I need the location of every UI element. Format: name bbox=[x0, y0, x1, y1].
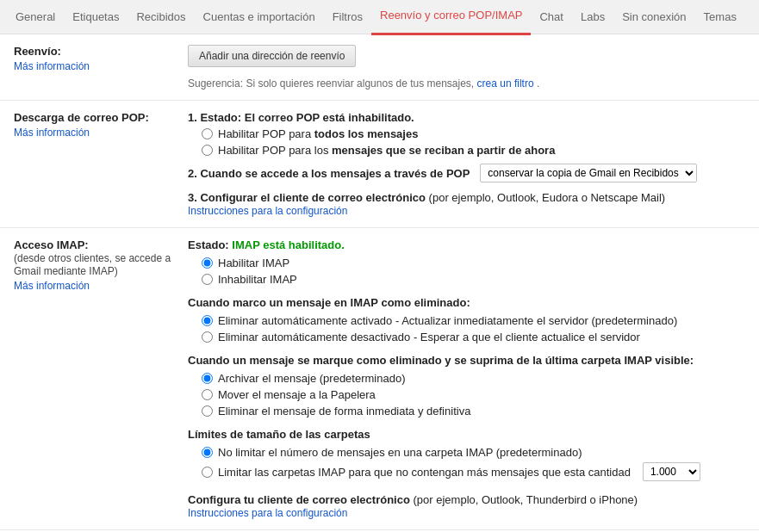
pop-more-info[interactable]: Más información bbox=[14, 127, 174, 139]
imap-limits-text2: Limitar las carpetas IMAP para que no co… bbox=[218, 466, 631, 479]
pop-step1-text: El correo POP está inhabilitado. bbox=[245, 111, 414, 124]
nav-temas[interactable]: Temas bbox=[695, 0, 745, 34]
imap-limits-radio1-label[interactable]: No limitar el número de mensajes en una … bbox=[202, 446, 752, 459]
pop-step3-container: 3. Configurar el cliente de correo elect… bbox=[188, 191, 752, 217]
imap-suppressed-text3: Eliminar el mensaje de forma inmediata y… bbox=[218, 405, 470, 418]
imap-limits-select[interactable]: 1.000 2.000 5.000 10.000 bbox=[643, 462, 700, 481]
pop-radio2-text: Habilitar POP para los mensajes que se r… bbox=[218, 144, 555, 157]
suggestion-text: Sugerencia: Si solo quieres reenviar alg… bbox=[188, 77, 752, 90]
pop-radio2[interactable] bbox=[202, 145, 213, 156]
imap-enable-label[interactable]: Habilitar IMAP bbox=[202, 257, 752, 269]
imap-limits-radio2[interactable] bbox=[202, 467, 213, 478]
imap-suppressed-group: Archivar el mensaje (predeterminado) Mov… bbox=[202, 372, 752, 418]
pop-radio1[interactable] bbox=[202, 128, 213, 139]
reenvio-more-info[interactable]: Más información bbox=[14, 60, 174, 72]
imap-suppressed-radio3-label[interactable]: Eliminar el mensaje de forma inmediata y… bbox=[202, 405, 752, 418]
imap-enable-radio[interactable] bbox=[202, 257, 213, 269]
imap-disable-text: Inhabilitar IMAP bbox=[218, 273, 297, 286]
reenvio-label: Reenvío: bbox=[14, 45, 61, 58]
imap-label: Acceso IMAP: bbox=[14, 238, 89, 251]
reenvio-row: Reenvío: Más información Añadir una dire… bbox=[0, 34, 759, 101]
pop-row: Descarga de correo POP: Más información … bbox=[0, 101, 759, 228]
nav-chat[interactable]: Chat bbox=[531, 0, 571, 34]
nav-recibidos[interactable]: Recibidos bbox=[128, 0, 194, 34]
imap-deleted-text2: Eliminar automáticamente desactivado - E… bbox=[218, 331, 640, 343]
imap-suppressed-text1: Archivar el mensaje (predeterminado) bbox=[218, 372, 405, 385]
imap-limits-radio2-label[interactable]: Limitar las carpetas IMAP para que no co… bbox=[202, 462, 752, 481]
imap-suppressed-title: Cuando un mensaje se marque como elimina… bbox=[188, 354, 752, 367]
imap-config-link[interactable]: Instrucciones para la configuración bbox=[188, 507, 347, 519]
nav-cuentas[interactable]: Cuentas e importación bbox=[195, 0, 324, 34]
imap-suppressed-text2: Mover el mensaje a la Papelera bbox=[218, 388, 376, 401]
imap-limits-text1: No limitar el número de mensajes en una … bbox=[218, 446, 582, 459]
imap-config-container: Configura tu cliente de correo electróni… bbox=[188, 493, 752, 519]
imap-deleted-radio2[interactable] bbox=[202, 331, 213, 343]
nav-filtros[interactable]: Filtros bbox=[324, 0, 371, 34]
pop-config-link[interactable]: Instrucciones para la configuración bbox=[188, 205, 347, 217]
pop-step2-label: 2. Cuando se accede a los mensajes a tra… bbox=[188, 167, 470, 180]
imap-disable-radio[interactable] bbox=[202, 274, 213, 285]
imap-limits-radio1[interactable] bbox=[202, 447, 213, 458]
add-forward-button[interactable]: Añadir una dirección de reenvío bbox=[188, 45, 356, 67]
imap-suppressed-radio2[interactable] bbox=[202, 389, 213, 400]
imap-limits-group: No limitar el número de mensajes en una … bbox=[202, 446, 752, 481]
imap-row: Acceso IMAP: (desde otros clientes, se a… bbox=[0, 228, 759, 530]
imap-deleted-text1: Eliminar automáticamente activado - Actu… bbox=[218, 314, 677, 327]
pop-step3-label: 3. Configurar el cliente de correo elect… bbox=[188, 191, 665, 204]
imap-more-info[interactable]: Más información bbox=[14, 280, 174, 292]
pop-radio2-label[interactable]: Habilitar POP para los mensajes que se r… bbox=[202, 144, 752, 157]
pop-label: Descarga de correo POP: bbox=[14, 111, 149, 124]
imap-suppressed-radio1-label[interactable]: Archivar el mensaje (predeterminado) bbox=[202, 372, 752, 385]
settings-table: Reenvío: Más información Añadir una dire… bbox=[0, 34, 759, 532]
nav-labs[interactable]: Labs bbox=[572, 0, 613, 34]
suggestion-suffix: . bbox=[537, 77, 539, 90]
top-nav: General Etiquetas Recibidos Cuentas e im… bbox=[0, 0, 759, 34]
imap-deleted-title: Cuando marco un mensaje en IMAP como eli… bbox=[188, 296, 752, 309]
imap-state-label: Estado: bbox=[188, 238, 229, 251]
imap-deleted-group: Eliminar automáticamente activado - Actu… bbox=[202, 314, 752, 343]
pop-radio-group: Habilitar POP para todos los mensajes Ha… bbox=[202, 127, 752, 157]
imap-suppressed-radio1[interactable] bbox=[202, 373, 213, 384]
imap-config-title: Configura tu cliente de correo electróni… bbox=[188, 493, 638, 506]
imap-disable-label[interactable]: Inhabilitar IMAP bbox=[202, 273, 752, 286]
imap-config-paren: (por ejemplo, Outlook, Thunderbird o iPh… bbox=[414, 493, 638, 506]
nav-sin-conexion[interactable]: Sin conexión bbox=[613, 0, 694, 34]
pop-step2-row: 2. Cuando se accede a los mensajes a tra… bbox=[188, 164, 752, 182]
pop-radio1-text: Habilitar POP para todos los mensajes bbox=[218, 127, 418, 140]
settings-content: Reenvío: Más información Añadir una dire… bbox=[0, 34, 759, 532]
imap-deleted-radio1[interactable] bbox=[202, 315, 213, 326]
imap-state-value: IMAP está habilitado. bbox=[232, 238, 345, 251]
imap-config-label: Configura tu cliente de correo electróni… bbox=[188, 493, 410, 506]
imap-deleted-radio1-label[interactable]: Eliminar automáticamente activado - Actu… bbox=[202, 314, 752, 327]
imap-suppressed-radio2-label[interactable]: Mover el mensaje a la Papelera bbox=[202, 388, 752, 401]
imap-enable-text: Habilitar IMAP bbox=[218, 257, 289, 269]
imap-suppressed-radio3[interactable] bbox=[202, 405, 213, 417]
nav-reenvio[interactable]: Reenvío y correo POP/IMAP bbox=[371, 0, 531, 35]
imap-deleted-radio2-label[interactable]: Eliminar automáticamente desactivado - E… bbox=[202, 331, 752, 343]
suggestion-prefix: Sugerencia: Si solo quieres reenviar alg… bbox=[188, 77, 474, 90]
imap-sub-label: (desde otros clientes, se accede a Gmail… bbox=[14, 252, 171, 277]
pop-step2-select[interactable]: conservar la copia de Gmail en Recibidos… bbox=[480, 164, 697, 182]
imap-limits-title: Límites de tamaño de las carpetas bbox=[188, 428, 752, 441]
pop-step1: 1. Estado: El correo POP está inhabilita… bbox=[188, 111, 414, 124]
pop-step1-num: 1. Estado: bbox=[188, 111, 241, 124]
imap-enable-group: Habilitar IMAP Inhabilitar IMAP bbox=[202, 257, 752, 286]
nav-etiquetas[interactable]: Etiquetas bbox=[64, 0, 128, 34]
pop-step3-title: 3. Configurar el cliente de correo elect… bbox=[188, 191, 426, 204]
create-filter-link[interactable]: crea un filtro bbox=[477, 77, 534, 90]
nav-general[interactable]: General bbox=[7, 0, 64, 34]
pop-radio1-label[interactable]: Habilitar POP para todos los mensajes bbox=[202, 127, 752, 140]
imap-state-row: Estado: IMAP está habilitado. bbox=[188, 238, 752, 251]
pop-step3-paren: (por ejemplo, Outlook, Eudora o Netscape… bbox=[429, 191, 666, 204]
